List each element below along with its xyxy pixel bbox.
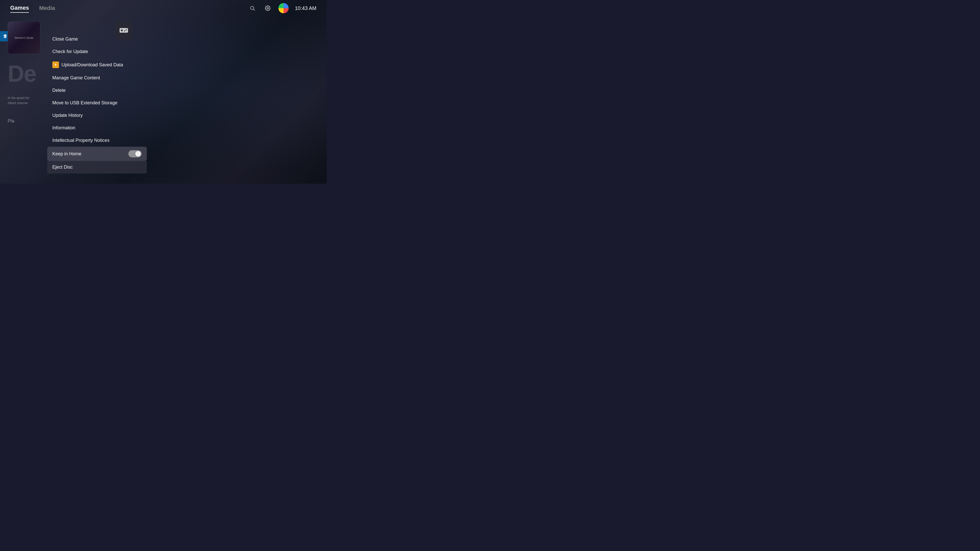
game-desc-line2: Allant channe xyxy=(8,100,29,106)
game-thumbnail-label: Demon's Souls xyxy=(14,35,35,40)
menu-item-ip-notices[interactable]: Intellectual Property Notices xyxy=(47,134,147,147)
keep-home-label: Keep in Home xyxy=(52,151,81,157)
ps-plus-symbol: + xyxy=(54,63,57,67)
toggle-knob xyxy=(135,151,141,157)
search-icon xyxy=(250,5,255,11)
top-bar: Games Media 10:43 AM xyxy=(0,0,327,16)
play-label: Pla xyxy=(8,118,14,124)
move-usb-label: Move to USB Extended Storage xyxy=(52,100,118,106)
tab-games[interactable]: Games xyxy=(10,3,29,13)
game-title-large-text: De xyxy=(8,62,36,85)
gear-icon xyxy=(265,5,270,11)
game-thumbnail[interactable]: Demon's Souls xyxy=(8,21,40,54)
keep-home-toggle-container xyxy=(128,150,142,157)
game-desc-line1: In his quest for xyxy=(8,95,29,100)
game-thumbnail-image: Demon's Souls xyxy=(8,22,40,54)
tab-media[interactable]: Media xyxy=(39,4,55,13)
menu-item-eject-disc[interactable]: Eject Disc xyxy=(47,161,147,173)
svg-point-2 xyxy=(267,7,269,9)
information-label: Information xyxy=(52,125,75,130)
game-description: In his quest for Allant channe xyxy=(8,95,29,105)
update-history-label: Update History xyxy=(52,113,83,118)
navigation-icon xyxy=(3,34,7,38)
top-bar-right: 10:43 AM xyxy=(248,3,317,13)
game-thumbnail-area: Demon's Souls xyxy=(8,21,40,54)
playstation-logo[interactable] xyxy=(278,3,289,13)
ps-plus-icon: + xyxy=(52,62,59,68)
check-update-label: Check for Update xyxy=(52,49,88,54)
manage-content-label: Manage Game Content xyxy=(52,75,100,81)
menu-item-keep-home[interactable]: Keep in Home xyxy=(47,147,147,161)
nav-tabs: Games Media xyxy=(10,3,55,13)
menu-item-check-update[interactable]: Check for Update xyxy=(47,45,147,58)
main-content: Demon's Souls De In his quest for Allant… xyxy=(0,16,327,184)
eject-disc-label: Eject Disc xyxy=(52,165,73,170)
menu-item-manage-content[interactable]: Manage Game Content xyxy=(47,72,147,84)
close-game-label: Close Game xyxy=(52,37,78,42)
ip-notices-label: Intellectual Property Notices xyxy=(52,138,110,143)
game-title-background: De xyxy=(8,62,36,85)
keep-home-toggle[interactable] xyxy=(128,150,142,157)
context-menu: Close Game Check for Update + Upload/Dow… xyxy=(47,33,147,173)
svg-line-1 xyxy=(254,9,255,11)
menu-item-update-history[interactable]: Update History xyxy=(47,109,147,122)
clock: 10:43 AM xyxy=(295,5,317,11)
svg-point-0 xyxy=(251,6,254,10)
settings-button[interactable] xyxy=(263,3,272,13)
menu-item-close-game[interactable]: Close Game xyxy=(47,33,147,45)
menu-item-upload-download[interactable]: + Upload/Download Saved Data xyxy=(47,58,147,72)
delete-label: Delete xyxy=(52,88,65,93)
upload-download-label: Upload/Download Saved Data xyxy=(62,62,123,68)
menu-item-information[interactable]: Information xyxy=(47,122,147,134)
search-button[interactable] xyxy=(248,3,257,13)
menu-item-move-usb[interactable]: Move to USB Extended Storage xyxy=(47,97,147,109)
menu-item-delete[interactable]: Delete xyxy=(47,84,147,97)
play-area: Pla xyxy=(8,118,14,124)
